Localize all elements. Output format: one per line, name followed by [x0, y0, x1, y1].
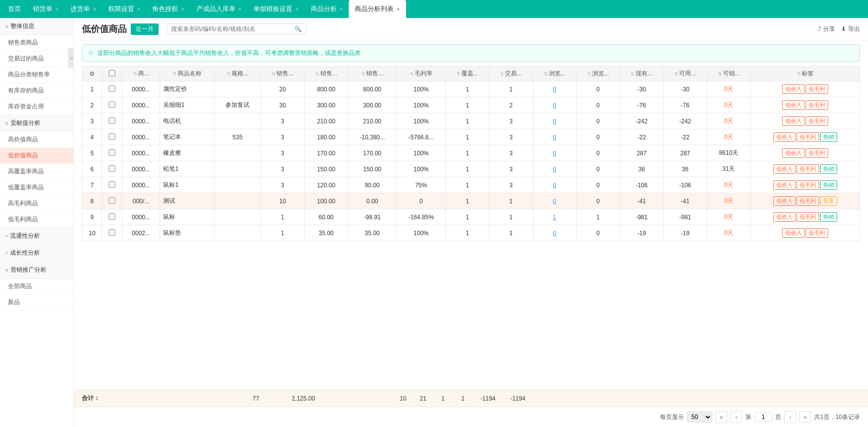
cell-checkbox[interactable] — [102, 113, 122, 129]
cell-sales-qty: 10 — [261, 193, 304, 209]
sidebar-group-3[interactable]: >成长性分析 — [0, 245, 73, 262]
col-checkbox[interactable] — [102, 66, 122, 81]
nav-item-权限设置[interactable]: 权限设置× — [102, 0, 146, 18]
cell-trade: 1 — [489, 193, 533, 209]
view1-link[interactable]: 0 — [553, 230, 556, 237]
cell-checkbox[interactable] — [102, 161, 122, 177]
cell-sales-val: 170.00 — [348, 145, 397, 161]
sidebar-item-交易过的商品[interactable]: 交易过的商品 — [0, 51, 73, 67]
cell-view1[interactable]: 0 — [533, 225, 576, 241]
cell-checkbox[interactable] — [102, 81, 122, 97]
cell-gross-margin: -5766.6... — [397, 129, 446, 145]
search-icon[interactable]: 🔍 — [294, 25, 302, 32]
nav-close-icon[interactable]: × — [137, 6, 140, 12]
next-page-button[interactable]: › — [784, 411, 796, 423]
table-row: 8000/...测试10100.000.0001100-41-410天低收入低毛… — [82, 193, 860, 209]
nav-close-icon[interactable]: × — [397, 6, 400, 12]
cell-view1[interactable]: 1 — [533, 209, 576, 225]
view1-link[interactable]: 0 — [553, 150, 556, 157]
time-filter-button[interactable]: 近一月 — [131, 23, 159, 35]
nav-item-商品分析列表[interactable]: 商品分析列表× — [349, 0, 406, 18]
sidebar-group-1[interactable]: ∨贡献值分析 — [0, 115, 73, 132]
sidebar-item-全部商品[interactable]: 全部商品 — [0, 279, 73, 295]
page-number-input[interactable] — [754, 412, 772, 422]
table-header: ⚙ ⇅商... ⇅商品名称 ⇅规格... ⇅销售... ⇅销售... ⇅销售..… — [82, 66, 860, 81]
nav-item-销货单[interactable]: 销货单× — [27, 0, 64, 18]
sidebar-collapse-btn[interactable]: « — [68, 48, 74, 68]
view1-link[interactable]: 0 — [553, 182, 556, 189]
sidebar-item-销售类商品[interactable]: 销售类商品 — [0, 35, 73, 51]
nav-item-产成品入库单[interactable]: 产成品入库单× — [191, 0, 247, 18]
cell-sales-val: 800.00 — [348, 81, 397, 97]
nav-close-icon[interactable]: × — [55, 6, 58, 12]
sidebar: « ∨整体信息销售类商品交易过的商品商品分类销售率有库存的商品库存资金占用∨贡献… — [0, 18, 74, 427]
cell-trade: 1 — [489, 225, 533, 241]
sidebar-group-4[interactable]: ∨营销推广分析 — [0, 262, 73, 279]
sidebar-item-新品[interactable]: 新品 — [0, 295, 73, 311]
cell-checkbox[interactable] — [102, 129, 122, 145]
tag-badge: 热销 — [820, 212, 837, 222]
view1-link[interactable]: 0 — [553, 86, 556, 93]
cell-view2: 0 — [576, 161, 620, 177]
cell-checkbox[interactable] — [102, 193, 122, 209]
cell-view1[interactable]: 0 — [533, 97, 576, 113]
nav-close-icon[interactable]: × — [181, 6, 184, 12]
cell-view1[interactable]: 0 — [533, 81, 576, 97]
cell-coverage: 1 — [445, 225, 489, 241]
nav-item-进货单[interactable]: 进货单× — [64, 0, 102, 18]
sidebar-item-低覆盖率商品[interactable]: 低覆盖率商品 — [0, 180, 73, 196]
cell-view2: 0 — [576, 97, 620, 113]
sidebar-item-高价值商品[interactable]: 高价值商品 — [0, 132, 73, 148]
cell-view1[interactable]: 0 — [533, 129, 576, 145]
sidebar-group-2[interactable]: >流通性分析 — [0, 228, 73, 245]
cell-view1[interactable]: 0 — [533, 177, 576, 193]
select-all-checkbox[interactable] — [109, 70, 115, 76]
nav-item-商品分析[interactable]: 商品分析× — [305, 0, 349, 18]
search-input[interactable] — [171, 25, 292, 32]
view1-link[interactable]: 0 — [553, 134, 556, 141]
cell-checkbox[interactable] — [102, 209, 122, 225]
sidebar-arrow-icon: > — [5, 233, 8, 239]
tag-badge: 低毛利 — [806, 84, 828, 94]
nav-close-icon[interactable]: × — [340, 6, 343, 12]
sidebar-item-低价值商品[interactable]: 低价值商品 — [0, 148, 73, 164]
prev-page-button[interactable]: ‹ — [730, 411, 742, 423]
view1-link[interactable]: 0 — [553, 118, 556, 125]
nav-item-角色授权[interactable]: 角色授权× — [146, 0, 190, 18]
cell-view1[interactable]: 0 — [533, 161, 576, 177]
cell-checkbox[interactable] — [102, 145, 122, 161]
first-page-button[interactable]: « — [715, 411, 727, 423]
col-gear[interactable]: ⚙ — [82, 66, 102, 81]
share-button[interactable]: ⤴ 分享 — [818, 25, 835, 33]
nav-close-icon[interactable]: × — [295, 6, 298, 12]
col-name: ⇅商品名称 — [160, 66, 215, 81]
saleable-value: 0天 — [724, 181, 733, 188]
sidebar-item-低毛利商品[interactable]: 低毛利商品 — [0, 212, 73, 228]
cell-checkbox[interactable] — [102, 225, 122, 241]
view1-link[interactable]: 1 — [553, 214, 556, 221]
nav-close-icon[interactable]: × — [93, 6, 96, 12]
sidebar-item-库存资金占用[interactable]: 库存资金占用 — [0, 99, 73, 115]
cell-current: 287 — [620, 145, 663, 161]
view1-link[interactable]: 0 — [553, 102, 556, 109]
last-page-button[interactable]: » — [799, 411, 811, 423]
export-button[interactable]: ⬇ 导出 — [841, 25, 860, 33]
cell-checkbox[interactable] — [102, 177, 122, 193]
sidebar-item-有库存的商品[interactable]: 有库存的商品 — [0, 83, 73, 99]
nav-item-首页[interactable]: 首页 — [2, 0, 27, 18]
view1-link[interactable]: 0 — [553, 198, 556, 205]
per-page-select[interactable]: 50 100 200 — [687, 412, 712, 423]
nav-close-icon[interactable]: × — [238, 6, 241, 12]
cell-checkbox[interactable] — [102, 97, 122, 113]
sidebar-item-商品分类销售率[interactable]: 商品分类销售率 — [0, 67, 73, 83]
table-row: 70000...鼠标13120.0090.0075%1300-106-1060天… — [82, 177, 860, 193]
cell-view1[interactable]: 0 — [533, 113, 576, 129]
view1-link[interactable]: 0 — [553, 166, 556, 173]
sidebar-item-高毛利商品[interactable]: 高毛利商品 — [0, 196, 73, 212]
nav-item-单据模板设置[interactable]: 单据模板设置× — [247, 0, 304, 18]
sidebar-group-0[interactable]: ∨整体信息 — [0, 18, 73, 35]
sidebar-item-高覆盖率商品[interactable]: 高覆盖率商品 — [0, 164, 73, 180]
cell-view1[interactable]: 0 — [533, 193, 576, 209]
cell-view1[interactable]: 0 — [533, 145, 576, 161]
cell-sales-val: 90.00 — [348, 177, 397, 193]
